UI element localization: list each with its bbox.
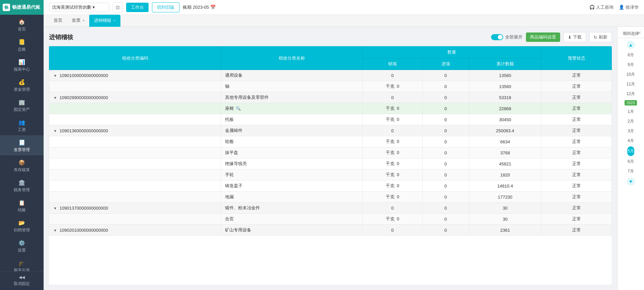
table-row: 抹平盘 千克 0 0 3768 正常 bbox=[49, 147, 612, 158]
sidebar-icon-3: 💰 bbox=[18, 79, 25, 85]
download-btn[interactable]: ⬇ 下载 bbox=[564, 32, 586, 42]
sidebar-item-1[interactable]: 📒 总账 bbox=[0, 35, 44, 55]
sidebar-item-11[interactable]: ⚙️ 设置 bbox=[0, 236, 44, 256]
switch-version-btn[interactable]: 切到旧版 bbox=[152, 2, 179, 12]
sidebar-item-2[interactable]: 📊 报表中心 bbox=[0, 55, 44, 75]
cell-name: 抹平盘 bbox=[221, 147, 363, 158]
sidebar-item-10[interactable]: 📂 归档管理 bbox=[0, 216, 44, 236]
period-display: 账期 2023-05 📅 bbox=[183, 4, 216, 10]
table-row: 铸造盖子 千克 0 0 14810.4 正常 bbox=[49, 180, 612, 192]
cell-name: 锻件、粉末冶金件 bbox=[221, 203, 363, 214]
expand-toggle-switch[interactable] bbox=[491, 34, 503, 40]
tab-close-1[interactable]: × bbox=[83, 18, 85, 22]
collapse-icon[interactable]: ▼ bbox=[53, 96, 57, 100]
collapse-icon[interactable]: ▼ bbox=[53, 228, 57, 232]
period-month-item[interactable]: 1月 bbox=[625, 107, 637, 117]
cell-warning: 正常 bbox=[541, 214, 612, 225]
cell-sale: 千克 0 bbox=[363, 81, 422, 92]
sidebar-item-9[interactable]: 📋 结账 bbox=[0, 196, 44, 216]
panel-collapse-btn[interactable]: ✕ bbox=[636, 29, 643, 36]
tab-0[interactable]: 首页 bbox=[49, 15, 67, 27]
period-month-item[interactable]: 9月 bbox=[625, 60, 637, 70]
table-row: 绝缘导线壳 千克 0 0 45821 正常 bbox=[49, 158, 612, 169]
expand-all-toggle[interactable]: 全部展开 bbox=[491, 34, 523, 40]
tab-close-2[interactable]: × bbox=[113, 18, 115, 22]
header-actions: 全部展开 商品编码设置 ⬇ 下载 ↻ 刷新 bbox=[491, 32, 612, 42]
save-icon-btn[interactable]: ⊡ bbox=[113, 2, 123, 12]
period-month-item[interactable]: 8月 bbox=[625, 50, 637, 60]
company-selector[interactable]: 沈海英测试经营勿删 ▾ bbox=[49, 3, 109, 12]
cell-name: 轮毂 bbox=[221, 136, 363, 147]
period-nav-down[interactable]: ▼ bbox=[627, 177, 635, 186]
period-nav-up[interactable]: ▲ bbox=[627, 41, 635, 49]
period-month-item[interactable]: 11月 bbox=[625, 79, 637, 89]
workspace-btn[interactable]: 工作台 bbox=[126, 3, 149, 12]
period-month-item[interactable]: 6月 bbox=[625, 157, 637, 166]
help-btn[interactable]: 🎧 人工咨询 bbox=[589, 4, 613, 10]
sidebar-item-6[interactable]: 🧾 发票管理 bbox=[0, 135, 44, 155]
cell-purchase: 0 bbox=[422, 147, 469, 158]
period-year[interactable]: 2023 bbox=[625, 100, 637, 105]
sidebar-icon-7: 📦 bbox=[18, 159, 25, 166]
company-name: 沈海英测试经营勿删 bbox=[52, 4, 91, 10]
user-label: 徐泽华 bbox=[626, 4, 639, 10]
headset-icon: 🎧 bbox=[589, 5, 595, 10]
cell-total: 3768 bbox=[469, 147, 541, 158]
cell-warning: 正常 bbox=[541, 169, 612, 180]
user-profile[interactable]: 👤 徐泽华 bbox=[619, 4, 639, 10]
period-month-item[interactable]: 7月 bbox=[625, 166, 637, 176]
period-month-item[interactable]: 3月 bbox=[625, 126, 637, 136]
sidebar-item-5[interactable]: 👥 工资 bbox=[0, 115, 44, 135]
sidebar-item-12[interactable]: 🎓 新手引导 bbox=[0, 256, 44, 271]
sidebar-bottom[interactable]: ◀◀ 取消固定 bbox=[0, 271, 44, 290]
calendar-icon[interactable]: 📅 bbox=[210, 5, 216, 10]
sidebar-item-4[interactable]: 🏢 固定资产 bbox=[0, 95, 44, 115]
tab-2[interactable]: 进销稽核× bbox=[89, 15, 120, 27]
col-tax-name: 税收分类名称 bbox=[221, 47, 363, 70]
cell-code bbox=[49, 147, 221, 158]
collapse-icon[interactable]: ▼ bbox=[53, 74, 57, 78]
cell-purchase: 0 bbox=[422, 81, 469, 92]
period-month-item[interactable]: 5月 bbox=[627, 146, 634, 156]
cell-sale: 千克 0 bbox=[363, 192, 422, 203]
table-row: ▼ 10902010000000000000 矿山专用设备 0 0 2361 正… bbox=[49, 225, 612, 236]
cell-purchase: 0 bbox=[422, 136, 469, 147]
collapse-icon[interactable]: ▼ bbox=[53, 129, 57, 133]
search-icon[interactable]: 🔍 bbox=[236, 106, 241, 111]
tab-1[interactable]: 发票× bbox=[67, 15, 89, 27]
collapse-icon[interactable]: ▼ bbox=[53, 206, 57, 210]
cell-total: 53318 bbox=[469, 92, 541, 103]
product-code-btn[interactable]: 商品编码设置 bbox=[526, 32, 560, 42]
sidebar-item-8[interactable]: 🏛️ 税务管理 bbox=[0, 175, 44, 196]
period-month-item[interactable]: 12月 bbox=[625, 89, 637, 99]
sidebar-item-7[interactable]: 📦 库存核算 bbox=[0, 155, 44, 175]
sidebar-item-0[interactable]: 🏠 首页 bbox=[0, 15, 44, 35]
refresh-btn[interactable]: ↻ 刷新 bbox=[589, 32, 612, 42]
cell-name: 其他专用设备及零部件 bbox=[221, 92, 363, 103]
cell-code bbox=[49, 114, 221, 125]
cell-code: ▼ 10901360000000000000 bbox=[49, 125, 221, 136]
tab-label-0: 首页 bbox=[54, 17, 62, 23]
cell-warning: 正常 bbox=[541, 192, 612, 203]
cell-purchase: 0 bbox=[422, 203, 469, 214]
cell-warning: 正常 bbox=[541, 203, 612, 214]
sidebar-icon-2: 📊 bbox=[18, 59, 25, 65]
cell-purchase: 0 bbox=[422, 225, 469, 236]
sidebar-icon-12: 🎓 bbox=[18, 260, 25, 266]
cell-name: 通用设备 bbox=[221, 70, 363, 81]
topbar-right: 🎧 人工咨询 👤 徐泽华 bbox=[589, 4, 639, 10]
cell-code bbox=[49, 103, 221, 114]
sidebar-item-3[interactable]: 💰 资金管理 bbox=[0, 75, 44, 95]
right-panel: ✕ 期间选择 ▲ 8月9月10月11月12月20231月2月3月4月5月6月7月… bbox=[617, 27, 644, 290]
period-month-item[interactable]: 4月 bbox=[625, 136, 637, 146]
cell-name: 手轮 bbox=[221, 169, 363, 180]
cell-warning: 正常 bbox=[541, 136, 612, 147]
chevron-down-icon: ▾ bbox=[93, 5, 95, 10]
period-month-item[interactable]: 2月 bbox=[625, 117, 637, 126]
cell-name: 轴 bbox=[221, 81, 363, 92]
sidebar-label-9: 结账 bbox=[18, 207, 26, 213]
table-row: ▼ 10902990000000000000 其他专用设备及零部件 0 0 53… bbox=[49, 92, 612, 103]
cell-purchase: 0 bbox=[422, 192, 469, 203]
cell-sale: 0 bbox=[363, 203, 422, 214]
period-month-item[interactable]: 10月 bbox=[625, 70, 637, 79]
